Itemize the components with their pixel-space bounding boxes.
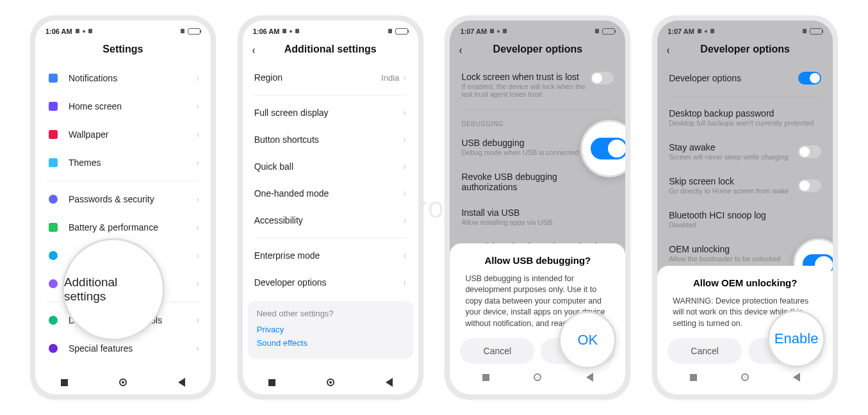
phone-screen-2: 1:06 AM ‹ Additional settings RegionIndi… xyxy=(243,20,418,395)
zoom-enable-highlight: Enable xyxy=(767,310,825,368)
row-subtitle: Disabled xyxy=(669,221,818,229)
row-battery[interactable]: Battery & performance› xyxy=(35,213,211,241)
row-wallpaper[interactable]: Wallpaper› xyxy=(35,120,211,149)
row-notifications[interactable]: Notifications› xyxy=(35,64,211,92)
nav-home-icon[interactable] xyxy=(741,373,749,381)
row-subtitle: Go directly to Home screen from wake xyxy=(669,187,798,195)
row-skip-screen-lock[interactable]: Skip screen lockGo directly to Home scre… xyxy=(657,168,833,202)
row-install-via-usb[interactable]: Install via USBAllow installing apps via… xyxy=(450,200,625,234)
chevron-right-icon: › xyxy=(197,157,199,168)
nav-recents-icon[interactable] xyxy=(61,379,68,386)
link-sound-effects[interactable]: Sound effects xyxy=(257,338,404,348)
dialog-title: Allow USB debugging? xyxy=(460,255,615,266)
nav-recents-icon[interactable] xyxy=(690,374,697,381)
back-icon[interactable]: ‹ xyxy=(667,44,669,57)
row-bluetooth-hci[interactable]: Bluetooth HCI snoop logDisabled › xyxy=(657,202,833,236)
row-desktop-backup[interactable]: Desktop backup passwordDesktop full back… xyxy=(657,101,833,134)
zoom-enable-label[interactable]: Enable xyxy=(774,330,819,347)
security-icon xyxy=(49,195,58,204)
row-subtitle: Desktop full backups aren't currently pr… xyxy=(669,119,818,127)
cancel-button[interactable]: Cancel xyxy=(667,338,742,364)
row-label: Developer options xyxy=(669,73,798,83)
chevron-right-icon: › xyxy=(197,193,199,205)
phone-frame-4: 1:07 AM ‹ Developer options Developer op… xyxy=(652,15,838,400)
row-label: Notifications xyxy=(69,73,196,83)
row-enterprise-mode[interactable]: Enterprise mode› xyxy=(243,242,418,269)
back-icon[interactable]: ‹ xyxy=(252,44,255,57)
phone-frame-1: 1:06 AM Settings Notifications› Home scr… xyxy=(30,15,216,400)
nav-home-icon[interactable] xyxy=(534,373,541,381)
battery-icon xyxy=(49,223,58,232)
nav-back-icon[interactable] xyxy=(586,373,593,382)
page-title: Developer options xyxy=(700,44,790,55)
dialog-title: Allow OEM unlocking? xyxy=(667,277,823,288)
status-icon xyxy=(490,29,494,33)
special-icon xyxy=(49,344,58,353)
nav-bar xyxy=(460,368,615,389)
chevron-right-icon: › xyxy=(611,176,613,188)
row-fullscreen-display[interactable]: Full screen display› xyxy=(243,99,418,126)
chevron-right-icon: › xyxy=(819,112,821,124)
chevron-right-icon: › xyxy=(404,107,405,118)
status-icon xyxy=(83,30,85,33)
header: ‹ Additional settings xyxy=(243,38,418,64)
nav-recents-icon[interactable] xyxy=(268,379,275,386)
nav-back-icon[interactable] xyxy=(386,378,393,387)
row-label: Stay awake xyxy=(669,142,798,152)
row-label: Revoke USB debugging authorizations xyxy=(461,172,610,192)
status-icon xyxy=(295,29,299,33)
row-region[interactable]: RegionIndia› xyxy=(243,64,418,91)
chevron-right-icon: › xyxy=(197,72,199,84)
row-subtitle: Screen will never sleep while charging xyxy=(669,153,798,161)
phone-screen-3: 1:07 AM ‹ Developer options Lock screen … xyxy=(450,20,625,395)
back-icon[interactable]: ‹ xyxy=(459,44,462,57)
status-icon xyxy=(283,29,286,33)
time-label: 1:07 AM xyxy=(667,28,694,35)
row-themes[interactable]: Themes› xyxy=(35,149,211,177)
row-developer-options[interactable]: Developer options› xyxy=(243,269,418,296)
nav-back-icon[interactable] xyxy=(793,373,800,382)
row-accessibility[interactable]: Accessibility› xyxy=(243,207,418,234)
nav-home-icon[interactable] xyxy=(327,378,334,386)
signal-icon xyxy=(595,29,599,33)
row-home-screen[interactable]: Home screen› xyxy=(35,92,211,120)
row-dev-options-toggle[interactable]: Developer options xyxy=(657,64,833,92)
cancel-button[interactable]: Cancel xyxy=(460,338,534,364)
divider xyxy=(254,238,407,238)
row-stay-awake[interactable]: Stay awakeScreen will never sleep while … xyxy=(657,134,833,168)
home-icon xyxy=(49,102,58,111)
link-privacy[interactable]: Privacy xyxy=(257,325,404,334)
signal-icon xyxy=(803,29,807,33)
time-label: 1:06 AM xyxy=(253,28,280,35)
row-label: Region xyxy=(254,72,381,83)
row-one-handed-mode[interactable]: One-handed mode› xyxy=(243,180,418,207)
chevron-right-icon: › xyxy=(197,278,199,289)
status-icon xyxy=(710,29,714,33)
chevron-right-icon: › xyxy=(404,161,405,172)
usb-debugging-toggle-icon[interactable] xyxy=(591,138,625,159)
additional-settings-list: RegionIndia› Full screen display› Button… xyxy=(243,64,418,373)
nav-back-icon[interactable] xyxy=(178,378,185,387)
suggestion-card: Need other settings? Privacy Sound effec… xyxy=(248,301,413,359)
row-passwords-security[interactable]: Passwords & security› xyxy=(35,185,211,213)
globe-icon xyxy=(49,279,58,288)
region-value: India xyxy=(381,73,399,83)
phone-frame-3: 1:07 AM ‹ Developer options Lock screen … xyxy=(445,15,630,400)
wellbeing-icon xyxy=(49,316,58,325)
zoom-ok-highlight: OK xyxy=(559,311,616,369)
toggle-stay-awake[interactable] xyxy=(798,145,821,158)
row-quick-ball[interactable]: Quick ball› xyxy=(243,153,418,180)
chevron-right-icon: › xyxy=(404,250,405,261)
toggle-dev-options[interactable] xyxy=(798,72,821,85)
row-lock-screen-trust[interactable]: Lock screen when trust is lost If enable… xyxy=(450,64,625,106)
header: ‹ Developer options xyxy=(450,38,625,64)
toggle-lock-trust[interactable] xyxy=(591,72,614,85)
nav-recents-icon[interactable] xyxy=(482,374,489,381)
nav-home-icon[interactable] xyxy=(119,378,127,386)
chevron-right-icon: › xyxy=(404,134,405,145)
toggle-skip-lock[interactable] xyxy=(798,179,821,192)
row-label: Desktop backup password xyxy=(669,108,818,118)
zoom-ok-label[interactable]: OK xyxy=(577,332,598,348)
nav-bar xyxy=(667,368,823,389)
row-button-shortcuts[interactable]: Button shortcuts› xyxy=(243,126,418,153)
